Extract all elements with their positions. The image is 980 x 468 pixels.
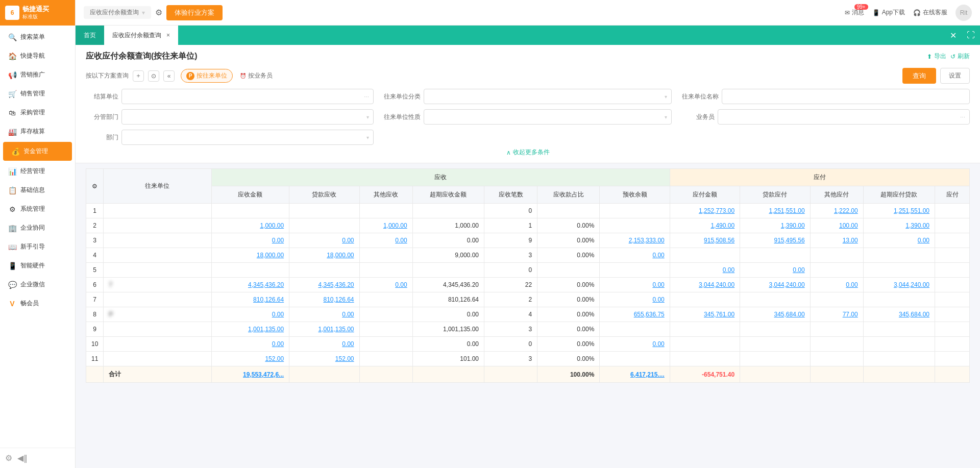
settlement-input[interactable]: ··· xyxy=(121,89,374,104)
table-cell[interactable]: 4,345,436.20 xyxy=(289,278,359,292)
partner-nature-select[interactable]: ▾ xyxy=(424,109,672,125)
sidebar-item-purchase[interactable]: 🛍 采购管理 xyxy=(0,103,75,122)
table-cell[interactable] xyxy=(810,337,863,352)
table-cell[interactable]: 915,495.56 xyxy=(740,233,810,248)
sidebar-item-basic[interactable]: 📋 基础信息 xyxy=(0,181,75,200)
table-cell[interactable] xyxy=(600,352,670,366)
dept-select[interactable]: ▾ xyxy=(121,130,374,145)
table-cell[interactable]: 13.00 xyxy=(810,233,863,248)
table-cell[interactable]: 0.00 xyxy=(600,292,670,307)
query-button[interactable]: 查询 xyxy=(902,68,936,84)
table-cell[interactable]: 915,508.56 xyxy=(670,233,740,248)
window-close-button[interactable]: ✕ xyxy=(945,31,962,40)
table-cell[interactable] xyxy=(359,204,412,218)
table-cell[interactable]: 3,044,240.00 xyxy=(863,278,935,292)
collapse-sidebar-button[interactable]: ◀‖ xyxy=(17,453,28,463)
table-cell[interactable] xyxy=(600,204,670,218)
collapse-more-button[interactable]: ∧ 收起更多条件 xyxy=(86,148,970,157)
table-cell[interactable]: 0.00 xyxy=(211,337,289,352)
table-cell[interactable] xyxy=(863,322,935,337)
table-cell[interactable]: 152.00 xyxy=(289,352,359,366)
table-cell[interactable] xyxy=(740,292,810,307)
filter-add-button[interactable]: ＋ xyxy=(133,70,144,82)
table-cell[interactable]: 1,490.00 xyxy=(670,218,740,233)
table-cell[interactable] xyxy=(863,292,935,307)
table-cell[interactable] xyxy=(810,292,863,307)
table-cell[interactable] xyxy=(600,263,670,278)
table-cell[interactable]: 655,636.75 xyxy=(600,307,670,322)
partner-name-input[interactable] xyxy=(722,89,970,104)
tab-home[interactable]: 首页 xyxy=(76,26,104,45)
table-cell[interactable]: 0.00 xyxy=(740,263,810,278)
table-cell[interactable]: 1,390.00 xyxy=(740,218,810,233)
table-cell[interactable] xyxy=(359,263,412,278)
table-cell[interactable]: 0.00 xyxy=(289,233,359,248)
table-cell[interactable] xyxy=(740,352,810,366)
sidebar-item-hardware[interactable]: 📱 智能硬件 xyxy=(0,256,75,275)
settings-button[interactable]: ⚙ xyxy=(5,453,12,463)
table-cell[interactable]: 1,251,551.00 xyxy=(863,204,935,218)
sidebar-item-inventory[interactable]: 🏭 库存核算 xyxy=(0,122,75,141)
table-cell[interactable] xyxy=(810,322,863,337)
table-cell[interactable]: 152.00 xyxy=(211,352,289,366)
dept-manage-select[interactable]: ▾ xyxy=(121,109,374,125)
table-cell[interactable] xyxy=(670,248,740,263)
table-cell[interactable]: 1,000.00 xyxy=(211,218,289,233)
table-cell[interactable] xyxy=(670,292,740,307)
sidebar-item-vip[interactable]: V 畅会员 xyxy=(0,294,75,313)
table-cell[interactable]: 0.00 xyxy=(211,307,289,322)
table-cell[interactable] xyxy=(863,248,935,263)
table-cell[interactable]: 0.00 xyxy=(289,337,359,352)
table-cell[interactable]: 0.00 xyxy=(810,278,863,292)
table-cell[interactable]: 0.00 xyxy=(289,307,359,322)
table-cell[interactable] xyxy=(740,322,810,337)
table-cell[interactable] xyxy=(670,322,740,337)
sidebar-item-finance[interactable]: 💰 资金管理 xyxy=(3,142,72,161)
gear-header[interactable]: ⚙ xyxy=(86,169,104,204)
table-cell[interactable] xyxy=(211,263,289,278)
footer-ar-amount[interactable]: 19,553,472,6... xyxy=(211,366,289,383)
export-button[interactable]: ⬆ 导出 xyxy=(927,52,946,61)
sidebar-item-quick[interactable]: 🏠 快捷导航 xyxy=(0,46,75,65)
table-cell[interactable]: 0.00 xyxy=(359,278,412,292)
table-cell[interactable]: 1,251,551.00 xyxy=(740,204,810,218)
table-cell[interactable]: 810,126.64 xyxy=(211,292,289,307)
app-download-button[interactable]: 📱 App下载 xyxy=(872,8,905,17)
table-cell[interactable]: 1,252,773.00 xyxy=(670,204,740,218)
table-cell[interactable] xyxy=(810,248,863,263)
industry-solution-button[interactable]: 体验行业方案 xyxy=(166,5,223,20)
table-cell[interactable] xyxy=(211,204,289,218)
table-cell[interactable]: 4,345,436.20 xyxy=(211,278,289,292)
table-cell[interactable]: 1,001,135.00 xyxy=(211,322,289,337)
table-cell[interactable]: 1,001,135.00 xyxy=(289,322,359,337)
table-cell[interactable]: 345,684.00 xyxy=(740,307,810,322)
table-cell[interactable] xyxy=(359,337,412,352)
table-cell[interactable] xyxy=(670,337,740,352)
table-cell[interactable]: 18,000.00 xyxy=(211,248,289,263)
sidebar-item-operation[interactable]: 📊 经营管理 xyxy=(0,162,75,181)
table-cell[interactable] xyxy=(289,263,359,278)
tab-current[interactable]: 应收应付余额查询 × xyxy=(104,26,178,45)
online-service-button[interactable]: 🎧 在线客服 xyxy=(913,8,947,17)
sidebar-item-search[interactable]: 🔍 搜索菜单 xyxy=(0,28,75,46)
sidebar-item-wechat[interactable]: 💬 企业微信 xyxy=(0,275,75,294)
table-cell[interactable]: 0.00 xyxy=(359,233,412,248)
sidebar-item-guide[interactable]: 📖 新手引导 xyxy=(0,237,75,256)
table-cell[interactable]: 0.00 xyxy=(863,233,935,248)
table-cell[interactable]: 0.00 xyxy=(600,337,670,352)
table-cell[interactable]: 345,761.00 xyxy=(670,307,740,322)
footer-prepay[interactable]: 6,417,215.... xyxy=(600,366,670,383)
table-cell[interactable]: 3,044,240.00 xyxy=(740,278,810,292)
message-button[interactable]: ✉ 消息 99+ xyxy=(845,8,864,17)
window-maximize-button[interactable]: ⛶ xyxy=(962,31,980,40)
table-cell[interactable] xyxy=(359,248,412,263)
tab-close-button[interactable]: × xyxy=(166,32,170,39)
table-cell[interactable]: 345,684.00 xyxy=(863,307,935,322)
table-cell[interactable] xyxy=(359,322,412,337)
partner-category-select[interactable]: ▾ xyxy=(424,89,672,104)
table-cell[interactable]: 1,000.00 xyxy=(359,218,412,233)
table-cell[interactable] xyxy=(359,352,412,366)
scheme-tab-salesman[interactable]: ⏰ 按业务员 xyxy=(235,69,278,83)
table-cell[interactable] xyxy=(670,352,740,366)
table-cell[interactable] xyxy=(740,248,810,263)
